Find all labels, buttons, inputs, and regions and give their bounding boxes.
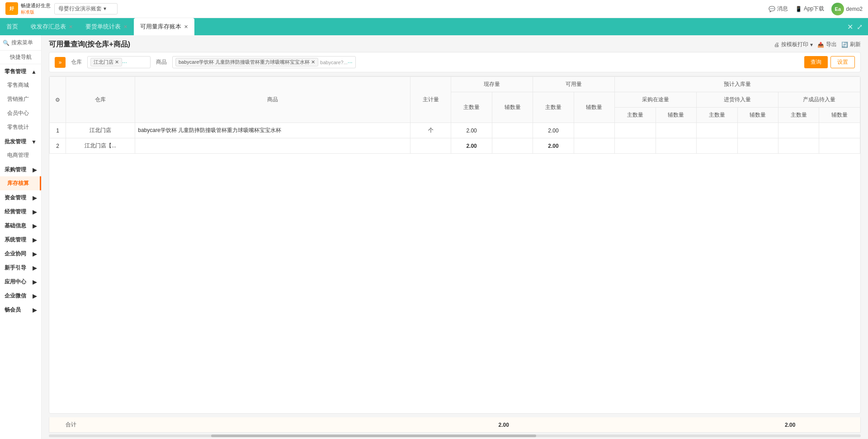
filter-bar: » 仓库 江北门店 ✕ ··· 商品 babycare学饮杯 儿童防摔防撞吸管杯… [49, 52, 861, 72]
warehouse-more[interactable]: ··· [122, 59, 127, 66]
chevron-right-icon: ▶ [33, 167, 37, 173]
sidebar-section-basic[interactable]: 基础信息 ▶ [0, 218, 41, 232]
tab-receipt-summary[interactable]: 收发存汇总表 ✕ [24, 18, 79, 35]
tab-available-close[interactable]: ✕ [184, 24, 188, 30]
tab-order-label: 要货单统计表 [85, 23, 121, 31]
sidebar-section-enterprise[interactable]: 企业协同 ▶ [0, 246, 41, 260]
row2-avail-main: 2.00 [533, 138, 574, 154]
row1-unit: 个 [410, 123, 451, 138]
scroll-thumb[interactable] [211, 434, 536, 437]
print-btn[interactable]: 🖨 按模板打印 ▾ [774, 41, 813, 48]
retail-shop-label: 零售商城 [7, 82, 29, 88]
row2-unit [410, 138, 451, 154]
sidebar-section-newguide[interactable]: 新手引导 ▶ [0, 260, 41, 274]
app-download-label: App下载 [804, 5, 824, 13]
footer-label: 合计 [52, 421, 106, 429]
th-inbound-pending: 进货待入量 [697, 92, 778, 108]
refresh-btn[interactable]: 🔄 刷新 [841, 41, 861, 48]
sidebar-section-retail[interactable]: 零售管理 ▲ [0, 64, 41, 78]
app-download-action[interactable]: 📱 App下载 [795, 5, 824, 13]
scroll-bar[interactable] [49, 434, 861, 437]
sidebar-section-purchase[interactable]: 采购管理 ▶ [0, 162, 41, 176]
chevron-right-icon5: ▶ [33, 237, 37, 243]
tab-order-stats[interactable]: 要货单统计表 ✕ [79, 18, 134, 35]
footer-values: 2.00 2.00 [106, 422, 858, 428]
message-action[interactable]: 💬 消息 [769, 5, 788, 13]
th-production-aux: 辅数量 [819, 108, 860, 123]
warehouse-filter-input[interactable]: 江北门店 ✕ ··· [87, 56, 151, 68]
row2-current-aux [492, 138, 533, 154]
sidebar-section-wholesale[interactable]: 批发管理 ▼ [0, 134, 41, 148]
sidebar-item-marketing[interactable]: 营销推广 [0, 92, 41, 106]
export-icon: 📤 [817, 42, 824, 48]
row1-seq: 1 [50, 123, 66, 138]
th-unit: 主计量 [410, 77, 451, 123]
window-expand-btn[interactable]: ⤢ [855, 23, 864, 31]
setting-button[interactable]: 设置 [830, 56, 855, 68]
tab-available-stock[interactable]: 可用量库存账本 ✕ [134, 18, 194, 35]
ecommerce-label: 电商管理 [7, 152, 29, 158]
filter-toggle-btn[interactable]: » [55, 57, 66, 68]
quick-nav-label: 快捷导航 [10, 54, 32, 60]
table-row: 1 江北门店 babycare学饮杯 儿童防摔防撞吸管杯重力球吸嘴杯宝宝水杯 个… [50, 123, 860, 138]
chevron-right-icon9: ▶ [33, 293, 37, 299]
main-layout: 🔍 搜索菜单 快捷导航 零售管理 ▲ 零售商城 营销推广 会员中心 零售统计 批… [0, 35, 868, 439]
chevron-right-icon2: ▶ [33, 195, 37, 201]
table-container: ⚙ 仓库 商品 主计量 现存量 可用量 预计入库量 主数量 辅数量 主数量 辅数… [49, 76, 861, 414]
warehouse-tag-close[interactable]: ✕ [115, 59, 119, 65]
product-tag1-text: babycare学饮杯 儿童防摔防撞吸管杯重力球吸嘴杯宝宝水杯 [179, 59, 310, 66]
appstore-label: 应用中心 [5, 278, 26, 286]
tab-receipt-close[interactable]: ✕ [69, 24, 73, 30]
logo-sub: 标准版 [21, 9, 51, 15]
sidebar-item-retail-stats[interactable]: 零售统计 [0, 120, 41, 134]
sidebar-item-inventory[interactable]: 库存核算 [0, 176, 41, 190]
th-production-pending: 产成品待入量 [778, 92, 860, 108]
chevron-right-icon6: ▶ [33, 251, 37, 257]
row2-production-main [778, 138, 819, 154]
tab-home[interactable]: 首页 [0, 18, 24, 35]
product-more[interactable]: ··· [348, 59, 353, 66]
sidebar-section-appstore[interactable]: 应用中心 ▶ [0, 274, 41, 288]
row1-purchase-aux [656, 123, 696, 138]
footer-spacer1 [169, 422, 223, 428]
product-filter-input[interactable]: babycare学饮杯 儿童防摔防撞吸管杯重力球吸嘴杯宝宝水杯 ✕ babyca… [172, 56, 356, 68]
sidebar-quick-nav[interactable]: 快捷导航 [0, 51, 41, 64]
row2-production-aux [819, 138, 860, 154]
search-label: 搜索菜单 [11, 39, 33, 47]
chevron-right-icon8: ▶ [33, 279, 37, 285]
row1-warehouse: 江北门店 [66, 123, 135, 138]
sidebar-search[interactable]: 🔍 搜索菜单 [0, 35, 41, 51]
query-button[interactable]: 查询 [804, 56, 828, 68]
row2-product [135, 138, 410, 154]
window-close-btn[interactable]: ✕ [845, 23, 855, 31]
sidebar-section-member[interactable]: 畅会员 ▶ [0, 302, 41, 316]
tab-order-close[interactable]: ✕ [123, 24, 127, 30]
sidebar-section-finance[interactable]: 资金管理 ▶ [0, 190, 41, 204]
page-header: 可用量查询(按仓库+商品) 🖨 按模板打印 ▾ 📤 导出 🔄 刷新 [42, 35, 868, 52]
logo-text-area: 畅捷通好生意 标准版 [21, 2, 51, 15]
th-current-main: 主数量 [451, 92, 492, 123]
industry-label: 母婴行业演示账套 [58, 5, 102, 13]
export-btn[interactable]: 📤 导出 [817, 41, 837, 48]
industry-selector[interactable]: 母婴行业演示账套 ▾ [54, 3, 118, 14]
th-settings[interactable]: ⚙ [50, 77, 66, 123]
member-center-label: 会员中心 [7, 110, 29, 116]
sidebar-item-retail-shop[interactable]: 零售商城 [0, 78, 41, 92]
data-table: ⚙ 仓库 商品 主计量 现存量 可用量 预计入库量 主数量 辅数量 主数量 辅数… [49, 76, 860, 154]
sidebar-section-system[interactable]: 系统管理 ▶ [0, 232, 41, 246]
sidebar-section-wechat[interactable]: 企业微信 ▶ [0, 288, 41, 302]
sidebar-item-ecommerce[interactable]: 电商管理 [0, 148, 41, 162]
th-purchase-aux: 辅数量 [656, 108, 696, 123]
sidebar-item-member-center[interactable]: 会员中心 [0, 106, 41, 120]
user-action[interactable]: Ea demo2 [831, 3, 863, 15]
warehouse-tag-text: 江北门店 [94, 59, 113, 66]
export-label: 导出 [826, 41, 837, 48]
nav-tabs-right: ✕ ⤢ [845, 23, 868, 31]
row2-inbound-main [697, 138, 737, 154]
content-area: 可用量查询(按仓库+商品) 🖨 按模板打印 ▾ 📤 导出 🔄 刷新 » [42, 35, 868, 439]
product-tag1-close[interactable]: ✕ [311, 59, 315, 65]
refresh-icon: 🔄 [841, 42, 848, 48]
chevron-down-icon: ▼ [31, 139, 37, 145]
sidebar-section-operation[interactable]: 经营管理 ▶ [0, 204, 41, 218]
system-label: 系统管理 [5, 236, 26, 244]
